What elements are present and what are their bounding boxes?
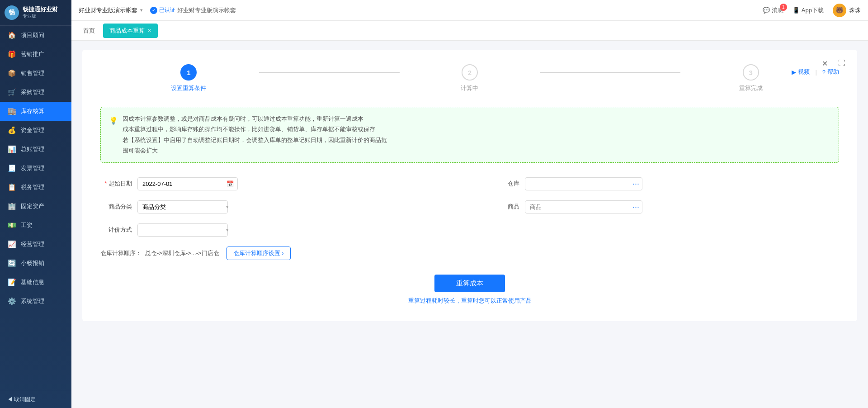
sidebar-item-label: 项目顾问	[21, 31, 44, 39]
form-row-1: 起始日期 📅 仓库 ···	[100, 177, 839, 190]
sales-icon: 📦	[7, 69, 16, 78]
warehouse-field: 仓库 ···	[488, 177, 839, 190]
sidebar-item-operations[interactable]: 📈 经营管理	[0, 235, 71, 254]
warehouse-input[interactable]	[525, 178, 630, 190]
calendar-icon[interactable]: 📅	[223, 180, 237, 187]
step-1-label: 设置重算条件	[171, 84, 206, 92]
sidebar-item-label: 库存核算	[21, 107, 44, 115]
warehouse-input-wrapper[interactable]: ···	[525, 177, 642, 190]
sidebar-item-label: 税务管理	[21, 183, 44, 191]
category-label: 商品分类	[100, 203, 132, 211]
goods-input-wrapper[interactable]: ···	[525, 200, 642, 213]
goods-input[interactable]	[525, 201, 630, 213]
topbar: 好业财专业版演示帐套 ▾ ✓ 已认证 好业财专业版演示帐套 💬 消息 1 📱 A…	[71, 0, 868, 21]
category-select[interactable]: 商品分类	[137, 200, 228, 213]
user-profile-button[interactable]: 🐻 珠珠	[833, 4, 861, 17]
step-line-1	[259, 72, 400, 73]
username-label: 珠珠	[849, 6, 861, 14]
tab-recalc[interactable]: 商品成本重算 ✕	[103, 24, 158, 38]
verified-text: 已认证	[159, 6, 175, 14]
info-line-4: 围可能会扩大	[123, 145, 387, 156]
step-3-circle: 3	[743, 64, 759, 81]
sidebar-item-purchase[interactable]: 🛒 采购管理	[0, 83, 71, 102]
app-download-label: App下载	[802, 6, 824, 14]
sidebar-item-salary[interactable]: 💵 工资	[0, 216, 71, 235]
info-bulb-icon: 💡	[109, 114, 118, 156]
start-date-input-wrapper[interactable]: 📅	[137, 177, 238, 190]
recalc-button[interactable]: 重算成本	[434, 275, 505, 292]
pricing-select[interactable]	[137, 223, 228, 237]
video-label: 视频	[798, 68, 810, 76]
sidebar-item-assets[interactable]: 🏢 固定资产	[0, 197, 71, 216]
main-area: 好业财专业版演示帐套 ▾ ✓ 已认证 好业财专业版演示帐套 💬 消息 1 📱 A…	[71, 0, 868, 408]
step-2-label: 计算中	[461, 84, 478, 92]
calc-order-row: 仓库计算顺序： 总仓->深圳仓库->...->门店仓 仓库计算顺序设置 ›	[100, 247, 839, 260]
app-subtitle: 专业版	[23, 13, 58, 19]
start-date-input[interactable]	[138, 178, 223, 190]
help-link[interactable]: ? 帮助	[822, 68, 839, 76]
form-row-2: 商品分类 商品分类 ▾ 商品 ···	[100, 200, 839, 213]
account-selector[interactable]: 好业财专业版演示帐套 ▾	[79, 6, 143, 14]
video-link[interactable]: ▶ 视频	[792, 68, 810, 76]
sidebar-item-label: 采购管理	[21, 88, 44, 96]
sidebar-item-label: 系统管理	[21, 297, 44, 305]
info-line-3: 若【系统设置】中启用了自动调整记账日期时，会调整入库单的整单记账日期，因此重新计…	[123, 135, 387, 145]
calc-order-settings-button[interactable]: 仓库计算顺序设置 ›	[226, 247, 291, 260]
tab-home[interactable]: 首页	[77, 24, 101, 38]
tab-recalc-label: 商品成本重算	[109, 27, 145, 35]
steps-right-actions: ▶ 视频 | ? 帮助	[792, 68, 839, 76]
sidebar-item-system[interactable]: ⚙️ 系统管理	[0, 292, 71, 311]
calc-order-prefix-label: 仓库计算顺序：	[100, 249, 142, 257]
warehouse-label: 仓库	[488, 180, 519, 188]
sidebar-item-accounting[interactable]: 📊 总账管理	[0, 140, 71, 159]
sidebar-item-label: 营销推广	[21, 50, 44, 58]
phone-icon: 📱	[793, 7, 800, 14]
sidebar-item-label: 销售管理	[21, 69, 44, 77]
recalc-button-label: 重算成本	[456, 279, 483, 287]
step-1: 1 设置重算条件	[118, 64, 259, 92]
account-select-label: 好业财专业版演示帐套	[79, 6, 137, 14]
content-card: ✕ ⛶ 1 设置重算条件 2	[82, 50, 857, 321]
sidebar-item-basic[interactable]: 📝 基础信息	[0, 273, 71, 292]
basic-icon: 📝	[7, 278, 16, 287]
help-icon: ?	[822, 69, 826, 76]
step-2: 2 计算中	[400, 64, 540, 92]
sidebar-item-project[interactable]: 🏠 项目顾问	[0, 26, 71, 45]
sidebar-item-invoice[interactable]: 🧾 发票管理	[0, 159, 71, 178]
goods-dots-button[interactable]: ···	[630, 203, 642, 211]
message-button[interactable]: 💬 消息 1	[763, 6, 783, 14]
steps-wrapper: 1 设置重算条件 2 计算中 3	[100, 64, 839, 92]
form-row-3: 计价方式 ▾	[100, 223, 839, 237]
message-icon: 💬	[763, 7, 770, 14]
app-download-button[interactable]: 📱 App下载	[793, 6, 824, 14]
sidebar-item-inventory[interactable]: 🏬 库存核算	[0, 102, 71, 121]
warehouse-dots-button[interactable]: ···	[630, 180, 642, 188]
step-2-circle: 2	[462, 64, 478, 81]
sidebar-item-label: 小畅报销	[21, 259, 44, 267]
steps-container: 1 设置重算条件 2 计算中 3	[100, 64, 839, 92]
sidebar-item-finance[interactable]: 💰 资金管理	[0, 121, 71, 140]
sidebar: 畅 畅捷通好业财 专业版 🏠 项目顾问 🎁 营销推广 📦 销售管理 🛒 采购管理…	[0, 0, 71, 408]
message-badge: 1	[780, 4, 787, 11]
sidebar-unpin-button[interactable]: ◀ 取消固定	[0, 391, 71, 408]
purchase-icon: 🛒	[7, 88, 16, 97]
app-logo-icon: 畅	[5, 5, 19, 20]
start-date-label: 起始日期	[100, 180, 132, 188]
tab-recalc-close-icon[interactable]: ✕	[147, 28, 151, 33]
sidebar-item-label: 工资	[21, 221, 33, 229]
sidebar-item-marketing[interactable]: 🎁 营销推广	[0, 45, 71, 64]
help-label: 帮助	[827, 68, 839, 76]
project-icon: 🏠	[7, 31, 16, 40]
info-line-1: 因成本计算参数调整，或是对商品成本有疑问时，可以通过成本重算功能，重新计算一遍成…	[123, 114, 387, 124]
shield-icon: ✓	[150, 7, 157, 14]
calc-order-value: 总仓->深圳仓库->...->门店仓	[145, 249, 219, 257]
sidebar-item-tax[interactable]: 📋 税务管理	[0, 178, 71, 197]
sidebar-item-expense[interactable]: 🔄 小畅报销	[0, 254, 71, 273]
assets-icon: 🏢	[7, 202, 16, 211]
sidebar-item-label: 发票管理	[21, 164, 44, 172]
content-area: ✕ ⛶ 1 设置重算条件 2	[71, 41, 868, 408]
sidebar-item-sales[interactable]: 📦 销售管理	[0, 64, 71, 83]
tabs-bar: 首页 商品成本重算 ✕	[71, 21, 868, 41]
sidebar-nav: 🏠 项目顾问 🎁 营销推广 📦 销售管理 🛒 采购管理 🏬 库存核算 💰 资金管…	[0, 26, 71, 391]
account-full-name: 好业财专业版演示帐套	[177, 6, 236, 14]
